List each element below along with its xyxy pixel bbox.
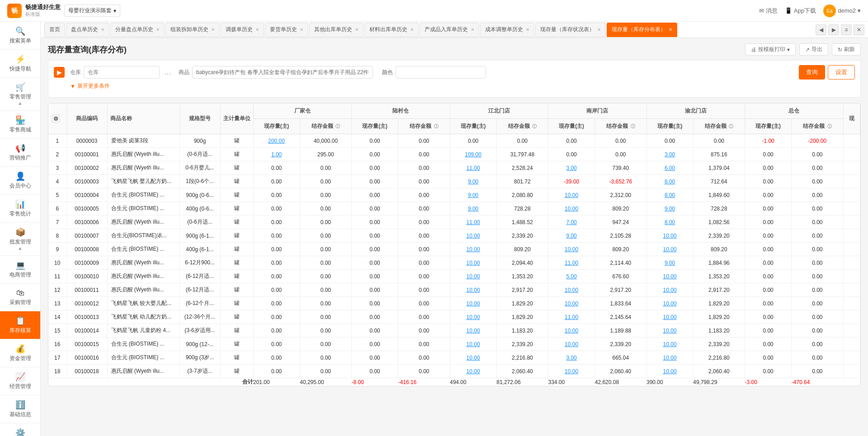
sidebar-item-5[interactable]: 👤会员中心 [0,167,40,195]
row-unit: 罐 [220,256,253,270]
col-yubeimen-header: 渝北门店 [646,103,745,119]
tab-close-10[interactable]: ✕ [597,27,601,32]
row-yubeimen-amt: 2,339.20 [693,338,745,351]
sidebar-item-12[interactable]: 📈经营管理 [0,367,40,395]
row-factory-qty: 200.00 [253,134,300,148]
row-yubeimen-qty: 3.00 [646,148,693,161]
row-luchen-amt: 0.00 [398,338,450,351]
row-luchen-amt: 0.00 [398,270,450,283]
tab-3[interactable]: 组装拆卸单历史✕ [165,23,220,37]
tab-close-9[interactable]: ✕ [526,27,529,32]
row-nanan-qty: 10.00 [548,202,595,216]
search-btn[interactable]: 查询 [799,65,825,80]
refresh-btn[interactable]: ↻ 刷新 [832,43,861,56]
row-luchen-amt: 0.00 [398,148,450,161]
row-unit: 罐 [220,283,253,297]
table-row: 15 00100014 飞鹤星飞帆 儿童奶粉 4... (3-6岁适用... 罐… [48,324,860,338]
print-btn[interactable]: 🖨 按模板打印 ▾ [745,43,796,56]
tab-close-3[interactable]: ✕ [211,27,215,32]
tabs-menu-btn[interactable]: ≡ [841,24,852,35]
tab-9[interactable]: 成本调整单历史✕ [480,23,534,37]
row-luchen-amt: 0.00 [398,351,450,365]
warehouse-input[interactable] [84,66,160,79]
jiangbei-amt-header: 结存金额 ⓘ [496,119,548,134]
tab-6[interactable]: 其他出库单历史✕ [309,23,363,37]
tab-4[interactable]: 调拨单历史✕ [221,23,264,37]
tab-11[interactable]: 现存量（库存分布表）✕ [607,23,677,37]
tab-close-8[interactable]: ✕ [471,27,474,32]
org-selector[interactable]: 母婴行业演示陈套 ▾ [64,5,120,17]
tab-5[interactable]: 要货单历史✕ [265,23,308,37]
tabs-close-btn[interactable]: ✕ [854,24,864,35]
message-btn[interactable]: ✉ 消息 [759,7,778,15]
tab-10[interactable]: 现存量（库存状况表）✕ [535,23,606,37]
tab-label-2: 分量盘点单历史 [115,26,153,33]
refresh-label: 刷新 [844,46,855,53]
row-jiangbei-qty: 10.00 [450,243,496,256]
row-unit: 罐 [220,175,253,188]
sidebar-item-2[interactable]: 🛒零售管理▲ [0,78,40,111]
tab-0[interactable]: 首页 [44,23,65,37]
sidebar-item-13[interactable]: ℹ️基础信息 [0,395,40,423]
sidebar-item-0[interactable]: 🔍搜索英单 [0,22,40,50]
sidebar-item-14[interactable]: ⚙️系统管理 [0,423,40,436]
sidebar-item-9[interactable]: 🛍采购管理 [0,284,40,311]
yubeimen-amt-header: 结存金额 ⓘ [693,119,745,134]
tabs-prev-btn[interactable]: ◀ [816,24,826,35]
print-icon: 🖨 [751,47,756,53]
sidebar-item-8[interactable]: 💻电商管理 [0,256,40,284]
row-total-qty: 0.00 [745,338,792,351]
row-factory-amt: 0.00 [300,365,351,378]
row-spec: (3-6岁适用... [179,324,220,338]
row-seq: 17 [48,351,66,365]
product-input[interactable] [192,66,373,79]
sum-current [843,378,860,386]
sidebar-item-7[interactable]: 📦批发管理▲ [0,223,40,256]
row-code: 00100013 [66,310,107,324]
sum-luchen-qty: -8.00 [352,378,398,386]
row-luchen-amt: 0.00 [398,175,450,188]
tab-close-4[interactable]: ✕ [255,27,259,32]
row-total-amt: 0.00 [792,324,843,338]
user-area[interactable]: Ea demo2 ▾ [823,5,861,17]
settings-icon[interactable]: ⚙ [51,114,60,123]
row-name: 飞鹤星飞帆 儿童奶粉 4... [107,324,179,338]
row-code: 0000003 [66,134,107,148]
tab-1[interactable]: 盘点单历史✕ [66,23,109,37]
tab-close-6[interactable]: ✕ [355,27,359,32]
tab-close-1[interactable]: ✕ [101,27,104,32]
sidebar-item-4[interactable]: 📢营销推广 [0,139,40,167]
app-download-btn[interactable]: 📱 App下载 [785,7,816,15]
sidebar-item-10[interactable]: 📋库存核算 [0,311,40,339]
top-bar: 畅 畅捷通好生意 标准版 母婴行业演示陈套 ▾ ✉ 消息 📱 App下载 Ea … [0,0,868,22]
product-field: 商品 [179,66,373,79]
tab-2[interactable]: 分量盘点单历史✕ [110,23,165,37]
warehouse-dots-btn[interactable]: … [162,68,173,76]
row-spec: (6-12月适... [179,270,220,283]
tab-close-5[interactable]: ✕ [300,27,303,32]
tab-close-7[interactable]: ✕ [410,27,414,32]
row-yubeimen-amt: 1,183.20 [693,324,745,338]
sidebar-item-1[interactable]: ⚡快捷导航 [0,50,40,78]
col-jiangbei-header: 江北门店 [450,103,548,119]
row-code: 00100001 [66,148,107,161]
tab-close-11[interactable]: ✕ [669,27,672,32]
row-name: 合生元 (BIOSTIME) ... [107,243,179,256]
tab-7[interactable]: 材料出库单历史✕ [364,23,419,37]
tab-close-2[interactable]: ✕ [156,27,160,32]
tabs-next-btn[interactable]: ▶ [828,24,839,35]
tab-8[interactable]: 产成品入库单历史✕ [420,23,479,37]
row-nanan-qty: 0.00 [548,148,595,161]
sidebar-item-3[interactable]: 🏪零售商城 [0,111,40,139]
sidebar-label-8: 电商管理 [9,271,31,279]
color-input[interactable] [396,66,486,79]
org-name: 母婴行业演示陈套 [68,7,112,14]
sidebar-item-11[interactable]: 💰资金管理 [0,339,40,367]
export-btn[interactable]: ↗ 导出 [799,43,828,56]
row-jiangbei-qty: 9.00 [450,188,496,202]
sidebar-item-6[interactable]: 📊零售统计 [0,195,40,223]
toggle-arrow[interactable]: ▶ [54,67,65,78]
expand-btn[interactable]: ▼ 展开更多条件 [70,82,110,90]
row-unit: 罐 [220,243,253,256]
setting-btn[interactable]: 设置 [828,65,855,80]
